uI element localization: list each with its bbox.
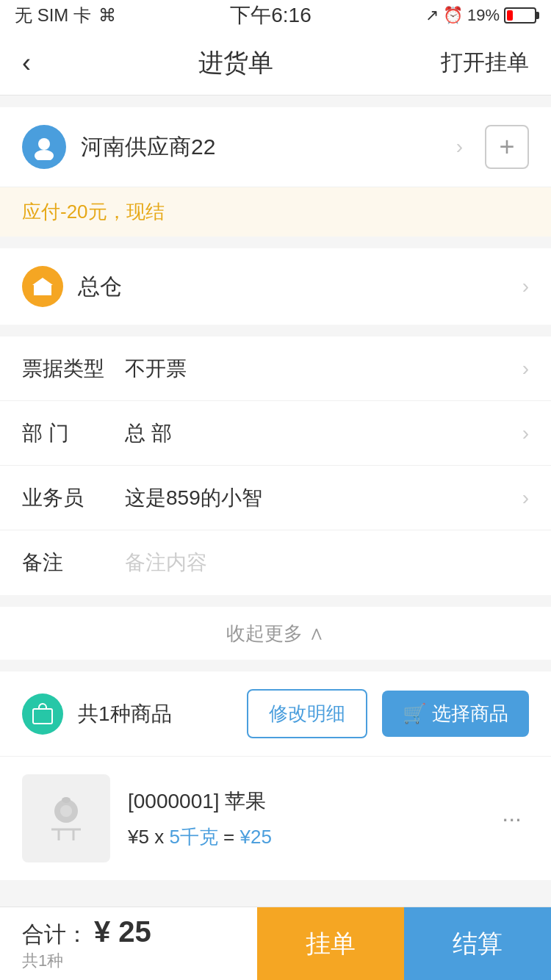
nav-bar: ‹ 进货单 打开挂单 <box>0 31 551 96</box>
carrier-text: 无 SIM 卡 <box>15 4 91 27</box>
product-section: 共1种商品 修改明细 🛒 选择商品 [0000 <box>0 671 551 880</box>
form-section: 票据类型 不开票 › 部 门 总 部 › 业务员 这是859的小智 › 备注 备… <box>0 336 551 595</box>
content-area: 河南供应商22 › + 应付-20元，现结 总仓 › 票据类型 不开票 › 部 … <box>0 107 551 961</box>
svg-rect-2 <box>34 285 51 295</box>
product-header-icon <box>22 693 63 735</box>
battery-icon <box>504 7 536 24</box>
product-header: 共1种商品 修改明细 🛒 选择商品 <box>0 671 551 757</box>
svg-rect-4 <box>33 709 52 724</box>
supplier-card: 河南供应商22 › + 应付-20元，现结 <box>0 107 551 237</box>
product-info: [0000001] 苹果 ¥5 x 5千克 = ¥25 <box>128 788 477 850</box>
equals-sign: = <box>223 826 240 848</box>
product-price: ¥5 x 5千克 = ¥25 <box>128 824 477 850</box>
product-count: 共1种商品 <box>78 700 232 728</box>
salesperson-label: 业务员 <box>22 484 125 512</box>
remark-row[interactable]: 备注 备注内容 <box>0 530 551 595</box>
invoice-type-value: 不开票 <box>125 355 522 383</box>
location-icon: ↗ <box>425 6 439 25</box>
wifi-icon: ⌘ <box>98 5 116 26</box>
svg-point-0 <box>38 138 50 150</box>
info-banner: 应付-20元，现结 <box>0 187 551 237</box>
alarm-icon: ⏰ <box>443 6 463 25</box>
invoice-arrow-icon: › <box>522 357 529 381</box>
warehouse-name: 总仓 <box>78 272 522 302</box>
svg-point-10 <box>62 797 71 803</box>
hang-button[interactable]: 挂单 <box>257 907 404 980</box>
total-section: 合计： ¥ 25 共1种 <box>0 907 257 980</box>
cart-icon: 🛒 <box>403 702 426 725</box>
svg-point-6 <box>60 805 72 817</box>
status-bar-right: ↗ ⏰ 19% <box>425 6 536 25</box>
price-separator: x <box>154 826 169 848</box>
total-main: 合计： ¥ 25 <box>22 915 235 950</box>
supplier-arrow-icon: › <box>456 135 463 159</box>
open-hang-button[interactable]: 打开挂单 <box>441 48 529 78</box>
product-code: [0000001] <box>128 790 220 813</box>
page-title: 进货单 <box>198 46 273 80</box>
collapse-label: 收起更多 ∧ <box>226 621 324 646</box>
battery-text: 19% <box>467 6 500 25</box>
total-value: ¥25 <box>240 826 272 848</box>
warehouse-icon <box>22 266 63 307</box>
svg-point-1 <box>35 150 54 160</box>
product-thumbnail <box>22 774 110 862</box>
product-name: [0000001] 苹果 <box>128 788 477 815</box>
supplier-row: 河南供应商22 › + <box>0 107 551 187</box>
sales-arrow-icon: › <box>522 486 529 510</box>
warehouse-arrow-icon: › <box>522 275 529 298</box>
invoice-type-label: 票据类型 <box>22 355 125 383</box>
quantity-value: 5千克 <box>169 826 217 848</box>
select-product-button[interactable]: 🛒 选择商品 <box>382 691 529 737</box>
invoice-type-row[interactable]: 票据类型 不开票 › <box>0 336 551 401</box>
department-row[interactable]: 部 门 总 部 › <box>0 401 551 466</box>
supplier-avatar <box>22 125 66 169</box>
status-bar: 无 SIM 卡 ⌘ 下午6:16 ↗ ⏰ 19% <box>0 0 551 31</box>
select-product-label: 选择商品 <box>432 701 508 727</box>
total-sub: 共1种 <box>22 950 235 972</box>
total-label: 合计： <box>22 920 88 950</box>
product-item: [0000001] 苹果 ¥5 x 5千克 = ¥25 ··· <box>0 757 551 880</box>
remark-input[interactable]: 备注内容 <box>125 549 529 577</box>
product-more-button[interactable]: ··· <box>494 798 529 840</box>
settle-button[interactable]: 结算 <box>404 907 551 980</box>
edit-detail-button[interactable]: 修改明细 <box>247 689 367 738</box>
department-label: 部 门 <box>22 419 125 447</box>
warehouse-row[interactable]: 总仓 › <box>0 248 551 325</box>
remark-label: 备注 <box>22 549 125 577</box>
collapse-button[interactable]: 收起更多 ∧ <box>0 607 551 660</box>
salesperson-value: 这是859的小智 <box>125 484 522 512</box>
salesperson-row[interactable]: 业务员 这是859的小智 › <box>0 466 551 530</box>
svg-marker-3 <box>32 278 53 285</box>
back-button[interactable]: ‹ <box>22 48 31 79</box>
status-bar-left: 无 SIM 卡 ⌘ <box>15 4 116 27</box>
add-supplier-button[interactable]: + <box>485 125 529 169</box>
department-value: 总 部 <box>125 419 522 447</box>
price-value: ¥5 <box>128 826 149 848</box>
dept-arrow-icon: › <box>522 422 529 445</box>
total-amount: ¥ 25 <box>94 915 151 948</box>
time-text: 下午6:16 <box>230 1 311 29</box>
bottom-bar: 合计： ¥ 25 共1种 挂单 结算 <box>0 907 551 980</box>
supplier-name[interactable]: 河南供应商22 <box>81 132 456 162</box>
